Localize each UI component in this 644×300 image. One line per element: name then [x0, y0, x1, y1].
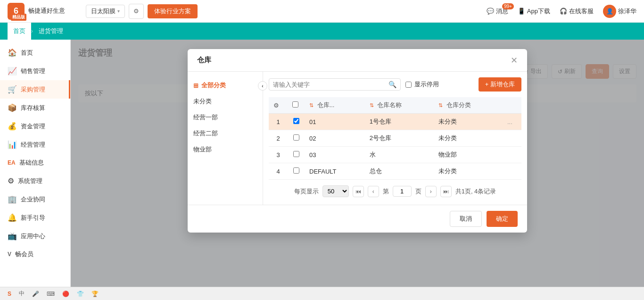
- row-select-checkbox[interactable]: [293, 134, 299, 141]
- col-header-actions: [503, 97, 521, 114]
- purchase-icon: 🛒: [8, 85, 17, 94]
- main-layout: 🏠 首页 📈 销售管理 🛒 采购管理 📦 库存核算 💰 资金管理 📊 经营管理 …: [0, 40, 644, 300]
- content-area: 进货管理 🖨 印 ↑ 导出 ↺ 刷新: [71, 40, 644, 300]
- sort-icon-category: ⇅: [438, 102, 443, 108]
- row-code: DEFAULT: [305, 163, 365, 180]
- row-select-checkbox[interactable]: [293, 167, 299, 174]
- cancel-button[interactable]: 取消: [450, 211, 482, 227]
- sidebar-label-app-center: 应用中心: [21, 232, 45, 241]
- category-item-operation2[interactable]: 经营二部: [188, 125, 263, 142]
- category-item-unclassified[interactable]: 未分类: [188, 93, 263, 109]
- collapse-panel-button[interactable]: ‹: [258, 81, 267, 91]
- col-header-checkbox[interactable]: [288, 97, 305, 114]
- settings-button[interactable]: ⚙: [129, 4, 144, 19]
- sidebar-item-inventory[interactable]: 📦 库存核算: [0, 99, 70, 117]
- page-last-button[interactable]: ⏭: [440, 186, 452, 197]
- category-all-label: 全部分类: [201, 81, 226, 90]
- trial-button[interactable]: 体验行业方案: [148, 4, 198, 18]
- row-more-button[interactable]: ...: [507, 118, 512, 125]
- bottom-mic: 🎤: [32, 291, 39, 297]
- warehouse-modal: 仓库 ✕ ⊞ 全部分类 ‹ 未分类: [188, 49, 527, 233]
- row-checkbox[interactable]: [288, 130, 305, 147]
- enterprise-icon: 🏢: [8, 195, 17, 204]
- sidebar-item-enterprise[interactable]: 🏢 企业协同: [0, 190, 70, 208]
- sidebar-item-app-center[interactable]: 📺 应用中心: [0, 227, 70, 245]
- category-all-header[interactable]: ⊞ 全部分类: [188, 77, 263, 93]
- page-number-input[interactable]: [393, 186, 412, 197]
- row-num: 1: [269, 114, 288, 130]
- row-num: 3: [269, 147, 288, 163]
- avatar: 👤: [603, 5, 616, 18]
- settings-col-icon: ⚙: [273, 102, 279, 109]
- category-item-operation1[interactable]: 经营一部: [188, 109, 263, 125]
- row-select-checkbox[interactable]: [293, 118, 299, 124]
- show-disabled-checkbox[interactable]: [405, 82, 412, 88]
- sidebar-label-sales: 销售管理: [21, 67, 45, 75]
- search-input[interactable]: [273, 81, 388, 88]
- row-name: 2号仓库: [365, 130, 434, 147]
- page-first-button[interactable]: ⏮: [353, 186, 364, 197]
- user-item[interactable]: 👤 徐泽华: [603, 5, 636, 18]
- row-select-checkbox[interactable]: [293, 151, 299, 157]
- col-header-settings[interactable]: ⚙: [269, 97, 288, 114]
- row-code: 03: [305, 147, 365, 163]
- system-icon: ⚙: [8, 176, 14, 185]
- bottom-icon4: 👕: [77, 291, 84, 297]
- user-icon: 👤: [606, 8, 613, 15]
- guide-icon: 🔔: [8, 213, 17, 222]
- sidebar-item-guide[interactable]: 🔔 新手引导: [0, 208, 70, 227]
- page-next-button[interactable]: ›: [425, 186, 437, 197]
- pagination: 每页显示 50 10 20 100 ⏮ ‹ 第 页: [269, 180, 521, 199]
- sub-header: 首页 › 进货管理 — ⬜: [0, 23, 644, 40]
- table-row[interactable]: 2 02 2号仓库 未分类: [269, 130, 521, 147]
- modal-title: 仓库: [197, 56, 211, 65]
- table-row[interactable]: 4 DEFAULT 总仓 未分类: [269, 163, 521, 180]
- col-header-name[interactable]: ⇅ 仓库名称: [365, 97, 434, 114]
- breadcrumb-home[interactable]: 首页: [8, 23, 31, 40]
- logo-tag: 精品版: [11, 14, 26, 21]
- sidebar-item-operations[interactable]: 📊 经营管理: [0, 135, 70, 154]
- table-row[interactable]: 3 03 水 物业部: [269, 147, 521, 163]
- table-row[interactable]: 1 01 1号仓库 未分类 ...: [269, 114, 521, 130]
- modal-category-panel: ⊞ 全部分类 ‹ 未分类 经营一部 经营二部 物业部: [188, 72, 263, 205]
- col-header-code[interactable]: ⇅ 仓库...: [305, 97, 365, 114]
- company-name: 日太阳膜: [91, 7, 116, 16]
- search-box[interactable]: 🔍: [269, 78, 401, 91]
- show-disabled-label[interactable]: 显示停用: [405, 80, 439, 89]
- category-item-property[interactable]: 物业部: [188, 142, 263, 158]
- sidebar-item-basic-info[interactable]: EA 基础信息: [0, 154, 70, 172]
- per-page-select[interactable]: 50 10 20 100: [322, 185, 349, 197]
- breadcrumb-current[interactable]: 进货管理: [33, 23, 69, 40]
- row-category: 未分类: [434, 130, 503, 147]
- row-checkbox[interactable]: [288, 147, 305, 163]
- bottom-keyboard: ⌨: [47, 291, 55, 297]
- online-service-item[interactable]: 🎧 在线客服: [560, 7, 594, 16]
- sidebar-item-system[interactable]: ⚙ 系统管理: [0, 172, 70, 190]
- row-name: 水: [365, 147, 434, 163]
- search-icon[interactable]: 🔍: [388, 81, 396, 88]
- bottom-icon3: 🔴: [62, 291, 69, 297]
- modal-close-button[interactable]: ✕: [511, 56, 518, 65]
- row-name: 1号仓库: [365, 114, 434, 130]
- modal-footer: 取消 确定: [188, 205, 527, 233]
- sidebar-item-finance[interactable]: 💰 资金管理: [0, 117, 70, 135]
- confirm-button[interactable]: 确定: [487, 211, 518, 227]
- company-selector[interactable]: 日太阳膜 ▾: [86, 5, 125, 18]
- select-all-checkbox[interactable]: [292, 101, 298, 108]
- sidebar-item-purchase[interactable]: 🛒 采购管理: [0, 80, 70, 99]
- headset-icon: 🎧: [560, 8, 567, 15]
- app-download-item[interactable]: 📱 App下载: [518, 7, 550, 16]
- row-actions: [503, 130, 521, 147]
- notification-item[interactable]: 💬 消息 99+: [487, 7, 508, 16]
- page-prev-button[interactable]: ‹: [368, 186, 379, 197]
- add-warehouse-button[interactable]: + 新增仓库: [479, 77, 521, 92]
- sales-icon: 📈: [8, 67, 17, 75]
- row-actions: [503, 163, 521, 180]
- row-checkbox[interactable]: [288, 114, 305, 130]
- basic-info-icon: EA: [8, 159, 16, 166]
- sidebar-item-sales[interactable]: 📈 销售管理: [0, 62, 70, 80]
- row-checkbox[interactable]: [288, 163, 305, 180]
- sidebar-item-home[interactable]: 🏠 首页: [0, 43, 70, 62]
- sidebar-item-vip[interactable]: V 畅会员: [0, 245, 70, 263]
- col-header-category[interactable]: ⇅ 仓库分类: [434, 97, 503, 114]
